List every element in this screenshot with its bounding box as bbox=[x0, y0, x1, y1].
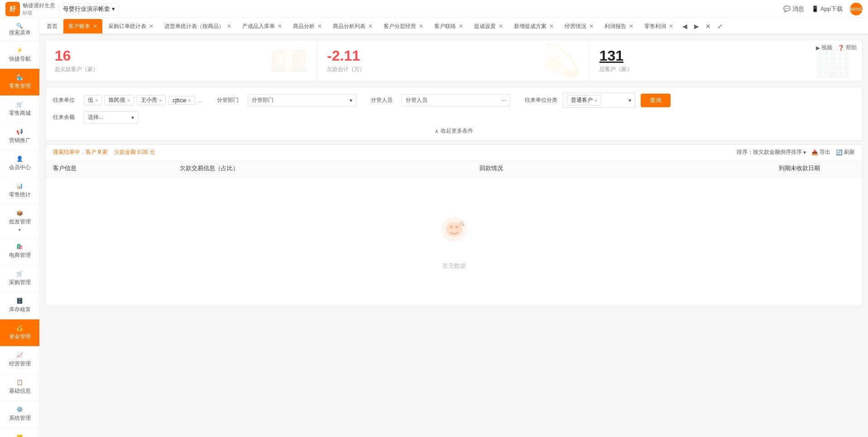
debt-value: 0.00 bbox=[137, 149, 148, 155]
tab-product-analysis[interactable]: 商品分析 ✕ bbox=[288, 19, 327, 33]
filter-tag-normal-customer-remove[interactable]: × bbox=[595, 98, 597, 103]
sidebar-item-inventory[interactable]: 🗄️ 库存核算 bbox=[0, 292, 39, 319]
tab-profit-report-close[interactable]: ✕ bbox=[629, 23, 633, 29]
mall-icon: 🛒 bbox=[16, 101, 23, 108]
sidebar-item-system[interactable]: ⚙️ 系统管理 bbox=[0, 401, 39, 428]
unit-cat-chevron-icon: ▾ bbox=[628, 97, 631, 104]
filter-tag-wu-remove[interactable]: × bbox=[95, 98, 98, 103]
app-subtitle: 标版 bbox=[23, 10, 55, 16]
sidebar-item-retail-mall[interactable]: 🛒 零售商城 bbox=[0, 96, 39, 123]
tab-reminder-settings[interactable]: 提成设置 ✕ bbox=[469, 19, 508, 33]
sidebar-item-nav[interactable]: ⚡ 快捷导航 bbox=[0, 42, 39, 69]
stat-value-all-customers: 131 bbox=[599, 48, 632, 63]
tab-profit-report[interactable]: 利润报告 ✕ bbox=[599, 19, 638, 33]
balance-filter-select[interactable]: 选择... ▾ bbox=[84, 111, 138, 124]
dept-filter-label: 分管部门 bbox=[217, 96, 242, 104]
sidebar-finance-label: 资金管理 bbox=[9, 333, 31, 341]
sidebar-item-member-center[interactable]: 👤 会员中心 bbox=[0, 150, 39, 177]
stat-bg-building-icon: 🏢 bbox=[814, 42, 853, 79]
tab-home-label: 首页 bbox=[47, 23, 58, 30]
tab-operations-status-close[interactable]: ✕ bbox=[589, 23, 594, 29]
sidebar-item-finance[interactable]: 💰 资金管理 bbox=[0, 319, 39, 347]
tab-customer-segment-label: 客户分层经营 bbox=[384, 23, 416, 30]
results-actions: 排序：按欠款金额倒序排序 ▾ 📤 导出 🔄 刷新 bbox=[737, 148, 855, 156]
stat-bg-coin-icon: 💴 bbox=[269, 42, 308, 79]
tab-purchase-order-stats-label: 采购订单统计表 bbox=[108, 23, 146, 30]
tab-customer-segment-close[interactable]: ✕ bbox=[419, 23, 423, 29]
stats-icon: 📊 bbox=[16, 183, 23, 189]
unit-category-select[interactable]: 普通客户 × ▾ bbox=[563, 93, 635, 108]
sidebar-item-retail-stats[interactable]: 📊 零售统计 bbox=[0, 177, 39, 204]
message-btn[interactable]: 💬 消息 bbox=[783, 5, 804, 13]
filter-tag-cjttcw-text: cjttcw bbox=[173, 97, 186, 104]
filter-tag-wang-remove[interactable]: × bbox=[159, 98, 162, 103]
tab-customer-contact[interactable]: 客户联络 ✕ bbox=[429, 19, 468, 33]
tab-retail-profit-close[interactable]: ✕ bbox=[669, 23, 673, 29]
tab-purchase-order-stats-close[interactable]: ✕ bbox=[149, 23, 153, 29]
sidebar-item-ecommerce[interactable]: 🛍️ 电商管理 bbox=[0, 238, 39, 265]
app-download-btn[interactable]: 📱 App下载 bbox=[811, 5, 843, 13]
tab-product-incoming[interactable]: 产成品入库单 ✕ bbox=[237, 19, 287, 33]
filter-tag-cjttcw-remove[interactable]: × bbox=[188, 98, 191, 103]
tab-nav-right[interactable]: ▶ bbox=[691, 21, 702, 32]
filter-more-btn[interactable]: ... bbox=[198, 97, 202, 104]
export-btn[interactable]: 📤 导出 bbox=[811, 148, 830, 156]
collapse-btn[interactable]: ∧ 收起更多条件 bbox=[435, 127, 473, 135]
tab-customer-contact-close[interactable]: ✕ bbox=[459, 23, 463, 29]
tab-product-incoming-label: 产成品入库单 bbox=[242, 23, 275, 30]
sidebar-item-marketing[interactable]: 📢 营销推广 bbox=[0, 123, 39, 150]
sort-select[interactable]: 排序：按欠款金额倒序排序 ▾ bbox=[737, 148, 806, 156]
sidebar-member-label: 会员中心 bbox=[9, 164, 31, 171]
tab-close-all[interactable]: ✕ bbox=[703, 21, 714, 32]
tab-product-analysis-list[interactable]: 商品分析列表 ✕ bbox=[328, 19, 378, 33]
tab-product-incoming-close[interactable]: ✕ bbox=[278, 23, 282, 29]
tab-operations-status[interactable]: 经营情况 ✕ bbox=[560, 19, 599, 33]
tab-retail-profit[interactable]: 零售利润 ✕ bbox=[639, 19, 678, 33]
filter-tag-cjttcw: cjttcw × bbox=[168, 96, 195, 105]
sidebar-item-basic-info[interactable]: 📋 基础信息 bbox=[0, 374, 39, 401]
tab-new-achievement-label: 新增提成方案 bbox=[514, 23, 547, 30]
member-icon: 👤 bbox=[16, 156, 23, 162]
sidebar-item-wholesale-mgmt[interactable]: 📦 批发管理 ▾ bbox=[0, 204, 39, 238]
main-content: 首页 客户账本 ✕ 采购订单统计表 ✕ 进货单统计表（按商品） ✕ 产成品入库单… bbox=[40, 18, 868, 437]
system-icon: ⚙️ bbox=[16, 406, 23, 413]
tab-new-achievement-close[interactable]: ✕ bbox=[549, 23, 554, 29]
top-bar-right: 💬 消息 📱 App下载 demo2 bbox=[783, 3, 863, 15]
sidebar-item-operations[interactable]: 📈 经营管理 bbox=[0, 347, 39, 374]
filter-tag-chen: 陈民强 × bbox=[105, 95, 134, 105]
tab-incoming-stats-label: 进货单统计表（按商品） bbox=[164, 23, 224, 30]
sidebar-item-retail-mgmt[interactable]: 🏪 零售管理 bbox=[0, 69, 39, 96]
dept-filter-select[interactable]: 分管部门 ▾ bbox=[248, 94, 356, 106]
chevron-icon: ▾ bbox=[19, 228, 21, 232]
tab-product-analysis-close[interactable]: ✕ bbox=[317, 23, 322, 29]
tab-expand[interactable]: ⤢ bbox=[715, 21, 725, 32]
person-filter-select[interactable]: 分管人员 ··· bbox=[402, 94, 510, 106]
stat-card-debt: 💫 -2.11 欠款合计（万） bbox=[318, 40, 590, 81]
sidebar-nav-label: 快捷导航 bbox=[9, 55, 31, 63]
tab-reminder-settings-close[interactable]: ✕ bbox=[499, 23, 503, 29]
industry-selector[interactable]: 母婴行业演示帐套 ▾ bbox=[59, 3, 119, 15]
filter-tag-chen-remove[interactable]: × bbox=[127, 98, 129, 103]
filter-tag-wu-text: 伍 bbox=[88, 96, 93, 104]
tab-incoming-stats[interactable]: 进货单统计表（按商品） ✕ bbox=[159, 19, 236, 33]
sidebar-item-enterprise-coop[interactable]: 🤝 企业协同 bbox=[0, 428, 39, 437]
top-bar-left: 好 畅捷通好生意 标版 母婴行业演示帐套 ▾ bbox=[5, 2, 119, 16]
stat-value-debt: -2.11 bbox=[327, 48, 365, 63]
tab-product-analysis-list-close[interactable]: ✕ bbox=[368, 23, 373, 29]
tab-new-achievement[interactable]: 新增提成方案 ✕ bbox=[509, 19, 559, 33]
nav-icon: ⚡ bbox=[16, 47, 23, 53]
content-area: ▶ 视频 ❓ 帮助 💴 16 总欠款客户（家） 💫 bbox=[40, 34, 868, 437]
avatar[interactable]: demo2 bbox=[850, 3, 863, 15]
tab-customer-accounts[interactable]: 客户账本 ✕ bbox=[63, 19, 102, 33]
filter-tag-chen-text: 陈民强 bbox=[109, 96, 125, 104]
tab-incoming-stats-close[interactable]: ✕ bbox=[227, 23, 231, 29]
sidebar-search[interactable]: 🔍 搜索菜单 bbox=[0, 18, 39, 42]
tab-customer-accounts-close[interactable]: ✕ bbox=[93, 23, 97, 29]
tab-home[interactable]: 首页 bbox=[42, 19, 62, 33]
tab-nav-left[interactable]: ◀ bbox=[679, 21, 690, 32]
refresh-btn[interactable]: 🔄 刷新 bbox=[836, 148, 855, 156]
sidebar-item-purchase[interactable]: 🛒 采购管理 bbox=[0, 265, 39, 292]
search-button[interactable]: 查询 bbox=[641, 94, 671, 107]
tab-customer-segment[interactable]: 客户分层经营 ✕ bbox=[379, 19, 428, 33]
tab-purchase-order-stats[interactable]: 采购订单统计表 ✕ bbox=[103, 19, 158, 33]
